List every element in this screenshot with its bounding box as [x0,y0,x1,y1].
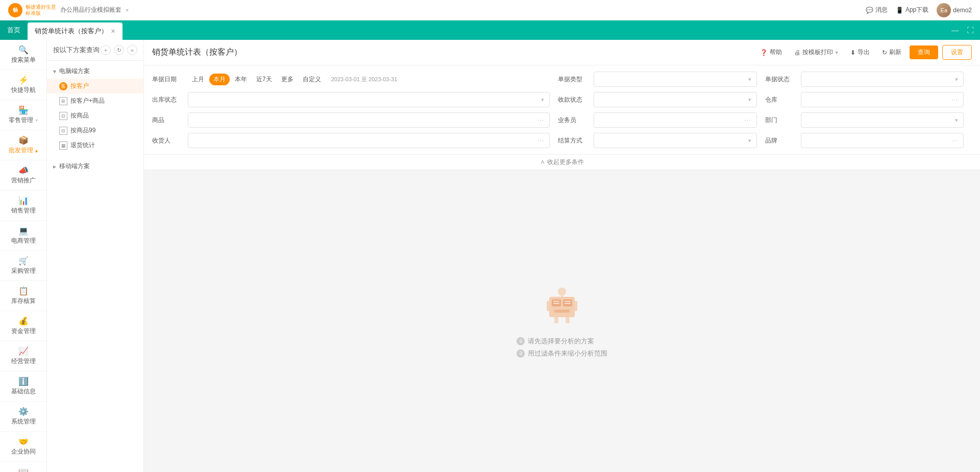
out-status-label: 出库状态 [152,96,188,104]
refresh-button[interactable]: ↻ 刷新 [878,46,905,59]
sales-icon: 📊 [4,196,42,205]
warehouse-select[interactable]: ··· [801,92,964,107]
filter-row-4: 收货人 ··· 结算方式 ▾ 品牌 [152,133,972,148]
dept-label: 部门 [765,116,801,125]
settle-select[interactable]: ▾ [594,133,757,148]
date-tab-this-year[interactable]: 本年 [231,74,251,85]
help-button[interactable]: ❓ 帮助 [756,46,786,59]
svg-rect-6 [565,303,571,304]
collapse-button[interactable]: ∧ 收起更多条件 [144,155,980,170]
user-area[interactable]: Ea demo2 [937,3,972,17]
tab-sales-report[interactable]: 销货单统计表（按客户） ✕ [28,22,122,40]
breadcrumb-arrow-icon[interactable]: ▾ [126,7,129,14]
sidebar-item-purchase[interactable]: 🛒 采购管理 [0,251,46,281]
sidebar-item-finance[interactable]: 💰 资金管理 [0,311,46,341]
sidebar-item-search[interactable]: 🔍 搜索菜单 [0,40,46,70]
sidebar-operations-label: 经营管理 [11,358,36,365]
tab-home[interactable]: 首页 [0,20,28,40]
sidebar-item-system[interactable]: ⚙️ 系统管理 [0,402,46,432]
logo-text: 畅捷通好生意 标准版 [26,4,56,16]
sidebar-item-operations[interactable]: 📈 经营管理 [0,341,46,371]
sidebar-purchase-label: 采购管理 [11,267,36,274]
sidebar-item-marketing[interactable]: 📣 营销推广 [0,160,46,191]
sidebar-item-retail[interactable]: 🏪 零售管理 ▾ [0,100,46,130]
receiver-dots-icon: ··· [537,137,544,144]
sidebar-ecommerce-label: 电商管理 [11,237,36,244]
scheme-add-button[interactable]: + [101,45,111,55]
out-status-select[interactable]: ▾ [188,92,550,107]
page-title: 销货单统计表（按客户） [152,47,242,58]
filter-area: 单据日期 上月 本月 本年 近7天 更多 自定义 2023-03-01 至 20… [144,65,980,155]
bill-status-arrow-icon: ▾ [955,76,958,83]
bill-type-filter-col: 单据类型 ▾ [558,72,757,87]
warehouse-filter-col: 仓库 ··· [765,92,964,107]
scheme-item-by-customer[interactable]: 客 按客户 [47,79,143,93]
print-label: 按模板打印 [802,48,833,57]
brand-dots-icon: ··· [951,137,958,144]
tab-maximize-icon[interactable]: ⛶ [965,24,976,36]
scheme-collapse-icon[interactable]: « [127,45,137,55]
sidebar-item-basic-info[interactable]: ℹ️ 基础信息 [0,371,46,402]
sidebar-search-label: 搜索菜单 [11,56,36,63]
goods-select[interactable]: ··· [188,112,550,128]
salesman-filter-col: 业务员 ··· [558,112,757,128]
scheme-refresh-icon[interactable]: ↻ [114,45,124,55]
hint-text-1: 请先选择要分析的方案 [528,337,594,346]
mobile-scheme-toggle[interactable]: ▸ 移动端方案 [47,159,143,174]
app-download-button[interactable]: 📱 App下载 [896,6,928,14]
bill-status-filter-col: 单据状态 ▾ [765,72,964,87]
dept-filter-col: 部门 ▾ [765,112,964,128]
bill-status-select[interactable]: ▾ [801,72,964,87]
settle-label: 结算方式 [558,136,594,145]
scheme-item-goods99[interactable]: ⊟ 按商品99 [47,123,143,138]
avatar: Ea [937,3,951,17]
date-tab-custom[interactable]: 自定义 [299,74,325,85]
scheme-item-goods[interactable]: ⊟ 按商品 [47,108,143,123]
filter-row-3: 商品 ··· 业务员 ··· 部门 [152,112,972,128]
breadcrumb: 办公用品行业模拟账套 [60,6,121,14]
date-tab-7days[interactable]: 近7天 [252,74,276,85]
svg-rect-7 [554,310,570,313]
bill-type-select[interactable]: ▾ [594,72,757,87]
brand-select[interactable]: ··· [801,133,964,148]
dept-select[interactable]: ▾ [801,112,964,128]
date-tab-last-month[interactable]: 上月 [188,74,208,85]
receive-status-filter-col: 收款状态 ▾ [558,92,757,107]
header-right: 💬 消息 📱 App下载 Ea demo2 [866,3,972,17]
message-button[interactable]: 💬 消息 [866,6,888,14]
report-header: 销货单统计表（按客户） ❓ 帮助 🖨 按模板打印 ▾ ⬇ 导出 [144,40,980,65]
receive-status-select[interactable]: ▾ [594,92,757,107]
sidebar-item-ecommerce[interactable]: 💻 电商管理 [0,221,46,251]
print-button[interactable]: 🖨 按模板打印 ▾ [790,46,842,59]
wholesale-arrow-icon: ▴ [35,148,38,153]
export-button[interactable]: ⬇ 导出 [846,46,874,59]
home-tab-label: 首页 [7,26,20,35]
return-icon: ▦ [59,141,67,150]
sidebar-item-wholesale[interactable]: 📦 批发管理 ▴ [0,130,46,160]
goods-icon: ⊟ [59,112,67,120]
sidebar-item-quick-nav[interactable]: ⚡ 快捷导航 [0,70,46,100]
receiver-select[interactable]: ··· [188,133,550,148]
collab-icon: 🤝 [4,437,42,446]
desktop-scheme-toggle[interactable]: ▾ 电脑端方案 [47,64,143,79]
date-tab-more[interactable]: 更多 [277,74,298,85]
warehouse-label: 仓库 [765,96,801,104]
query-button[interactable]: 查询 [910,45,938,59]
sidebar-item-inventory[interactable]: 📋 库存核算 [0,281,46,311]
date-tab-this-month[interactable]: 本月 [209,74,230,85]
sidebar-item-collab[interactable]: 🤝 企业协同 [0,432,46,462]
system-icon: ⚙️ [4,407,42,416]
tab-close-icon[interactable]: ✕ [111,28,115,35]
settings-button[interactable]: 设置 [942,45,972,60]
scheme-item-return[interactable]: ▦ 退货统计 [47,138,143,153]
scheme-item-customer-goods[interactable]: ⊞ 按客户+商品 [47,93,143,108]
sidebar-item-sales[interactable]: 📊 销售管理 [0,191,46,221]
content-panel: 按以下方案查询 + ↻ « ▾ 电脑端方案 客 按客户 ⊞ [47,40,980,472]
export-label: 导出 [857,48,870,57]
sidebar-wholesale-label: 批发管理 [9,147,33,154]
settle-filter-col: 结算方式 ▾ [558,133,757,148]
guide-icon: 📖 [4,467,42,472]
sidebar-item-guide[interactable]: 📖 新手引导 [0,462,46,472]
tab-minimize-icon[interactable]: — [949,24,961,36]
salesman-select[interactable]: ··· [594,112,757,128]
